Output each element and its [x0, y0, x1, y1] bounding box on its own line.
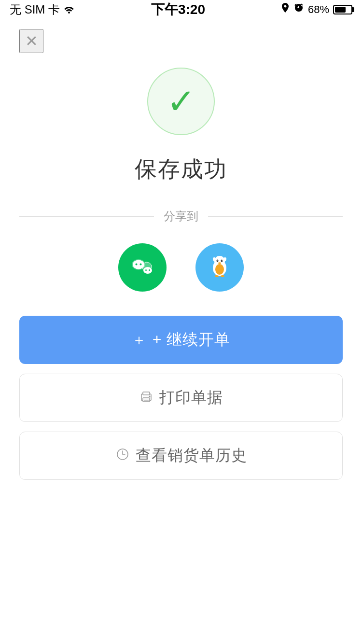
- print-receipt-label: 打印单据: [159, 387, 223, 408]
- status-carrier: 无 SIM 卡: [10, 2, 75, 17]
- battery-icon: [333, 5, 352, 14]
- status-time: 下午3:20: [151, 0, 205, 19]
- svg-point-1: [133, 260, 144, 269]
- svg-point-11: [217, 260, 218, 261]
- share-label: 分享到: [164, 209, 198, 224]
- status-bar: 无 SIM 卡 下午3:20 68%: [0, 0, 362, 19]
- share-section: 分享到: [19, 209, 343, 292]
- location-icon: [281, 3, 290, 16]
- svg-rect-20: [143, 398, 150, 402]
- svg-point-15: [215, 275, 219, 277]
- battery-percent: 68%: [308, 3, 329, 16]
- svg-point-12: [222, 260, 223, 261]
- continue-order-button[interactable]: ＋ + 继续开单: [19, 316, 343, 364]
- plus-icon: ＋: [132, 330, 147, 350]
- print-receipt-button[interactable]: 打印单据: [19, 374, 343, 422]
- svg-point-2: [136, 264, 138, 266]
- close-icon: ✕: [25, 33, 38, 49]
- close-button[interactable]: ✕: [19, 29, 43, 53]
- svg-point-9: [217, 260, 219, 262]
- svg-point-6: [149, 269, 150, 271]
- checkmark-icon: ✓: [167, 84, 195, 119]
- success-circle: ✓: [147, 68, 215, 135]
- success-title: 保存成功: [135, 154, 227, 184]
- svg-point-22: [149, 395, 151, 397]
- qq-icon: [206, 253, 234, 281]
- divider-right: [208, 216, 343, 217]
- qq-share-button[interactable]: [195, 243, 244, 292]
- svg-point-4: [143, 267, 152, 274]
- svg-point-16: [221, 275, 224, 277]
- svg-point-3: [140, 264, 142, 266]
- view-history-label: 查看销货单历史: [136, 445, 247, 466]
- carrier-text: 无 SIM 卡: [10, 2, 60, 17]
- svg-point-10: [221, 260, 223, 262]
- main-content: ✕ ✓ 保存成功 分享到: [0, 19, 362, 499]
- action-buttons: ＋ + 继续开单 打印单据: [19, 316, 343, 480]
- printer-icon: [139, 389, 153, 407]
- view-history-button[interactable]: 查看销货单历史: [19, 432, 343, 480]
- continue-order-label: + 继续开单: [153, 329, 231, 350]
- svg-point-13: [218, 262, 221, 264]
- alarm-icon: [293, 3, 304, 16]
- svg-rect-21: [143, 392, 150, 395]
- share-divider: 分享到: [19, 209, 343, 224]
- divider-left: [19, 216, 154, 217]
- share-icons-row: [19, 243, 343, 292]
- wechat-share-button[interactable]: [118, 243, 167, 292]
- svg-point-14: [215, 264, 224, 275]
- wechat-icon: [128, 253, 157, 282]
- svg-point-5: [145, 269, 147, 271]
- wifi-icon: [63, 3, 75, 16]
- history-icon: [115, 447, 130, 465]
- status-indicators: 68%: [281, 3, 352, 16]
